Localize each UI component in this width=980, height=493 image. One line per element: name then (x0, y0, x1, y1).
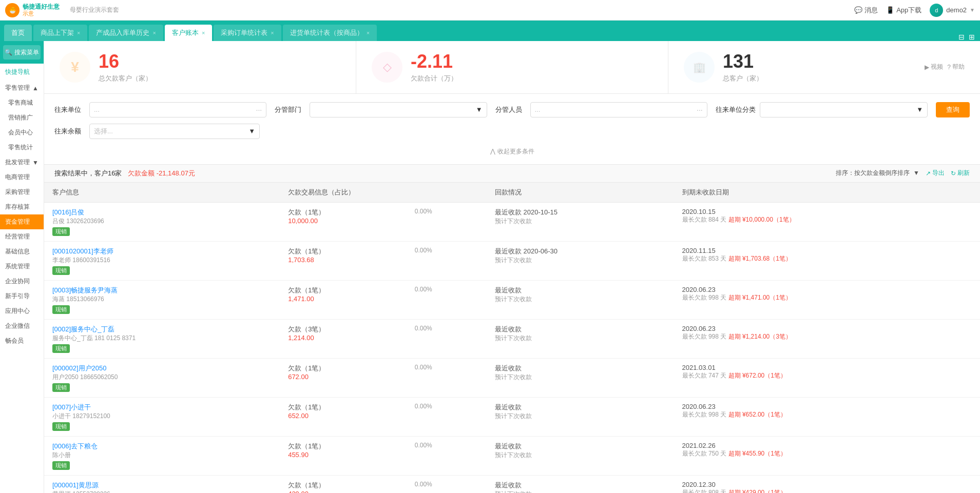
search-button[interactable]: 查询 (936, 102, 970, 117)
customer-name-link[interactable]: [0007]小进干 (52, 403, 272, 412)
customer-name-link[interactable]: [0003]畅捷服务尹海蒸 (52, 286, 272, 295)
maximize-icon[interactable]: ⊞ (969, 33, 975, 41)
overdue-link[interactable]: 超期 ¥455.90（1笔） (728, 450, 786, 457)
next-collect: 预计下次收款 (495, 412, 666, 421)
unit-class-select[interactable]: ▼ (760, 102, 928, 117)
debt-amount[interactable]: 10,000.00 (288, 217, 398, 225)
debt-amount[interactable]: 455.90 (288, 451, 398, 459)
company-name: 母婴行业演示套套 (70, 6, 119, 14)
debt-amount[interactable]: 1,703.68 (288, 256, 398, 264)
customer-name-link[interactable]: [0002]服务中心_丁磊 (52, 325, 272, 334)
close-icon[interactable]: × (152, 30, 156, 36)
debt-count: 欠款（1笔） (288, 208, 398, 217)
overdue-days: 最长欠款 998 天 超期 ¥652.00（1笔） (682, 410, 972, 419)
due-date: 2021.03.01 (682, 364, 972, 371)
arrow-icon: ▲ (32, 85, 39, 92)
tab-purchase-order[interactable]: 采购订单统计表 × (214, 25, 281, 41)
sidebar-item-wholesale-mgmt[interactable]: 批发管理▼ (0, 155, 44, 170)
customer-name-link[interactable]: [0001020001]李老师 (52, 247, 272, 256)
help-icon: ? (947, 64, 951, 71)
sidebar-item-retail-mall[interactable]: 零售商城 (0, 95, 44, 110)
cell-due-date: 2020.11.15 最长欠款 853 天 超期 ¥1,703.68（1笔） (674, 241, 980, 280)
cell-debt-percent: 0.00% (407, 436, 487, 475)
stat-number-total: 131 (723, 51, 763, 72)
user-menu[interactable]: d demo2 ▼ (930, 4, 975, 17)
help-btn[interactable]: ? 帮助 (947, 63, 965, 71)
next-collect: 预计下次收款 (495, 451, 666, 460)
sidebar-item-quick-nav[interactable]: 快捷导航 (0, 64, 44, 81)
sidebar-item-enterprise[interactable]: 企业协同 (0, 274, 44, 289)
overdue-link[interactable]: 超期 ¥652.00（1笔） (728, 411, 786, 418)
collapse-button[interactable]: ⋀ 收起更多条件 (490, 147, 534, 156)
close-icon[interactable]: × (77, 30, 80, 36)
sidebar-item-retail-mgmt[interactable]: 零售管理▲ (0, 81, 44, 95)
tab-production[interactable]: 产成品入库单历史 × (89, 25, 163, 41)
overdue-link[interactable]: 超期 ¥429.00（1笔） (728, 489, 786, 493)
app-title: 畅捷通好生意 (23, 3, 60, 10)
app-icon: 📱 (886, 6, 894, 14)
sidebar-item-inventory[interactable]: 库存核算 (0, 200, 44, 214)
close-icon[interactable]: × (367, 30, 370, 36)
balance-select[interactable]: 选择... ▼ (89, 124, 260, 139)
sidebar-item-wechat[interactable]: 企业微信 (0, 319, 44, 333)
customer-name-link[interactable]: [000001]黄思源 (52, 481, 272, 490)
message-btn[interactable]: 💬 消息 (854, 6, 878, 15)
export-btn[interactable]: ↗ 导出 (926, 169, 945, 178)
person-input[interactable]: ... ··· (530, 102, 707, 117)
dept-select[interactable]: ▼ (310, 102, 487, 117)
overdue-days: 最长欠款 750 天 超期 ¥455.90（1笔） (682, 449, 972, 458)
overdue-link[interactable]: 超期 ¥1,471.00（1笔） (728, 294, 792, 301)
customer-name-link[interactable]: [0016]吕俊 (52, 208, 272, 217)
sidebar-item-member2[interactable]: 畅会员 (0, 333, 44, 348)
sidebar-item-marketing[interactable]: 营销推广 (0, 110, 44, 125)
stat-info-customers: 131 总客户（家） (723, 51, 763, 83)
minimize-icon[interactable]: ⊟ (958, 33, 965, 41)
tab-purchase-stats[interactable]: 进货单统计表（按商品） × (283, 25, 377, 41)
close-icon[interactable]: × (202, 30, 205, 36)
sidebar-item-basic-info[interactable]: 基础信息 (0, 244, 44, 259)
sidebar-item-apps[interactable]: 应用中心 (0, 304, 44, 319)
sidebar-item-member[interactable]: 会员中心 (0, 125, 44, 140)
sidebar-item-retail-stats[interactable]: 零售统计 (0, 140, 44, 155)
overdue-link[interactable]: 超期 ¥1,703.68（1笔） (728, 255, 792, 262)
filter-row-1: 往来单位 ... ··· 分管部门 ▼ 分管人 (54, 102, 970, 117)
from-unit-input[interactable]: ... ··· (89, 102, 266, 117)
sidebar-item-finance[interactable]: 资金管理 (0, 214, 44, 229)
debt-amount[interactable]: 429.00 (288, 490, 398, 493)
debt-amount[interactable]: 672.00 (288, 373, 398, 381)
overdue-link[interactable]: 超期 ¥1,214.00（3笔） (728, 333, 792, 340)
debt-amount[interactable]: 652.00 (288, 412, 398, 420)
customer-name-link[interactable]: [000002]用户2050 (52, 364, 272, 373)
refresh-btn[interactable]: ↻ 刷新 (951, 169, 970, 178)
cell-due-date: 2021.02.26 最长欠款 750 天 超期 ¥455.90（1笔） (674, 436, 980, 475)
tab-home[interactable]: 首页 (4, 25, 32, 41)
customer-tag: 现销 (52, 422, 70, 431)
cell-debt-info: 欠款（1笔） 429.00 (280, 475, 407, 493)
customer-name-link[interactable]: [0006]去下粮仓 (52, 442, 272, 451)
arrow-icon: ▼ (32, 159, 39, 166)
sidebar-item-operations[interactable]: 经营管理 (0, 229, 44, 244)
tab-customer-account[interactable]: 客户账本 × (165, 25, 212, 41)
refresh-icon: ↻ (951, 170, 956, 177)
overdue-link[interactable]: 超期 ¥10,000.00（1笔） (728, 216, 795, 223)
stat-icon-debt: ¥ (60, 52, 90, 83)
due-date: 2020.12.30 (682, 481, 972, 488)
view-btn[interactable]: ▶ 视频 (925, 63, 943, 71)
sidebar-item-system[interactable]: 系统管理 (0, 259, 44, 274)
collapse-row: ⋀ 收起更多条件 (54, 145, 970, 160)
overdue-link[interactable]: 超期 ¥672.00（1笔） (728, 372, 786, 379)
due-date: 2021.02.26 (682, 442, 972, 449)
debt-amount[interactable]: 1,214.00 (288, 334, 398, 342)
debt-amount[interactable]: 1,471.00 (288, 295, 398, 303)
sidebar-item-newbie[interactable]: 新手引导 (0, 289, 44, 304)
cell-debt-percent: 0.00% (407, 358, 487, 397)
sidebar-item-purchase[interactable]: 采购管理 (0, 185, 44, 200)
app-download-btn[interactable]: 📱 App下载 (886, 6, 921, 15)
customer-phone: 李老师 18600391516 (52, 256, 272, 265)
cell-customer: [0002]服务中心_丁磊 服务中心_丁磊 181 0125 8371 现销 (44, 319, 280, 358)
search-menu-btn[interactable]: 🔍 搜索菜单 (3, 45, 41, 60)
tab-goods[interactable]: 商品上下架 × (33, 25, 87, 41)
sidebar-item-ecommerce[interactable]: 电商管理 (0, 170, 44, 185)
close-icon[interactable]: × (271, 30, 274, 36)
cell-repay: 最近收款 预计下次收款 (487, 358, 674, 397)
